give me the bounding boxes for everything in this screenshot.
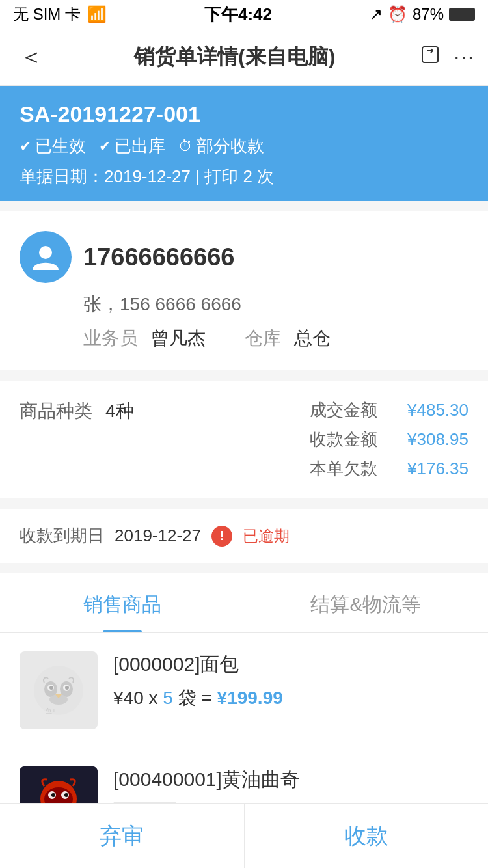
confirm-label: 收款: [344, 821, 388, 851]
svg-point-7: [49, 686, 53, 690]
badge-partial-label: 部分收款: [197, 135, 264, 157]
svg-rect-0: [422, 47, 438, 62]
customer-top: 17666666666: [20, 231, 468, 283]
tabs-section: 销售商品 结算&物流等: [0, 573, 488, 633]
product-equals: =: [201, 688, 217, 708]
due-date: 2019-12-27: [115, 526, 201, 546]
more-button[interactable]: ···: [454, 45, 475, 69]
debt-label: 本单欠款: [310, 457, 377, 480]
header-badges: ✔ 已生效 ✔ 已出库 ⏱ 部分收款: [20, 135, 468, 157]
page-title: 销货单详情(来自电脑): [49, 43, 420, 72]
received-row: 收款金额 ¥308.95: [310, 428, 468, 451]
category-value: 4种: [105, 399, 134, 424]
status-right: ↗ ⏰ 87%: [370, 5, 475, 23]
badge-effective-label: 已生效: [35, 135, 86, 157]
svg-text:鱼+: 鱼+: [46, 707, 56, 714]
customer-phone: 17666666666: [83, 243, 234, 271]
tab-sales-products[interactable]: 销售商品: [0, 573, 244, 632]
order-id: SA-20191227-001: [20, 102, 468, 127]
product-name: [0000002]面包: [113, 651, 468, 678]
product-name: [000400001]黄油曲奇: [113, 766, 468, 793]
badge-shipped: ✔ 已出库: [99, 135, 165, 157]
svg-point-18: [64, 793, 68, 797]
battery-label: 87%: [413, 5, 444, 23]
avatar: [20, 231, 72, 283]
status-time: 下午4:42: [204, 3, 272, 26]
badge-partial: ⏱ 部分收款: [178, 135, 264, 157]
check-icon-shipped: ✔: [99, 138, 111, 155]
product-info: [0000002]面包 ¥40 x 5 袋 = ¥199.99: [113, 651, 468, 711]
alarm-icon: ⏰: [388, 5, 407, 23]
sales-label: 业务员: [83, 328, 138, 348]
debt-row: 本单欠款 ¥176.35: [310, 457, 468, 480]
overdue-icon: !: [211, 526, 232, 547]
back-button[interactable]: ＜: [13, 34, 49, 79]
battery-icon: [449, 8, 475, 21]
warehouse-value: 总仓: [294, 328, 331, 348]
tab-settlement-label: 结算&物流等: [310, 593, 421, 615]
status-bar: 无 SIM 卡 📶 下午4:42 ↗ ⏰ 87%: [0, 0, 488, 29]
product-price-row: ¥40 x 5 袋 = ¥199.99: [113, 686, 468, 711]
category-label: 商品种类: [20, 399, 92, 424]
nav-actions: ···: [420, 44, 475, 70]
svg-point-2: [34, 666, 83, 715]
product-price: ¥40: [113, 688, 144, 708]
svg-point-1: [39, 246, 52, 259]
tab-settlement[interactable]: 结算&物流等: [244, 573, 488, 632]
stats-section: 商品种类 4种 成交金额 ¥485.30 收款金额 ¥308.95 本单欠款 ¥…: [0, 381, 488, 498]
customer-meta: 业务员 曾凡杰 仓库 总仓: [83, 326, 468, 351]
stats-left: 商品种类 4种: [20, 399, 134, 424]
received-label: 收款金额: [310, 428, 377, 451]
check-icon-effective: ✔: [20, 138, 31, 155]
svg-point-17: [51, 793, 55, 797]
bottom-bar: 弃审 收款: [0, 803, 488, 868]
debt-value: ¥176.35: [390, 459, 468, 479]
warehouse-label: 仓库: [245, 328, 281, 348]
table-row: 鱼+ [0000002]面包 ¥40 x 5 袋 = ¥199.99: [0, 633, 488, 748]
badge-shipped-label: 已出库: [115, 135, 165, 157]
product-qty: 5: [163, 688, 173, 708]
location-icon: ↗: [370, 5, 383, 23]
product-unit: 袋: [178, 688, 197, 708]
svg-point-8: [65, 686, 69, 690]
tab-sales-products-label: 销售商品: [83, 593, 161, 615]
wifi-icon: 📶: [87, 5, 107, 23]
due-label: 收款到期日: [20, 524, 104, 547]
product-thumbnail: 鱼+: [20, 651, 98, 729]
sales-value: 曾凡杰: [151, 328, 206, 348]
confirm-button[interactable]: 收款: [245, 804, 489, 868]
status-left: 无 SIM 卡 📶: [13, 4, 107, 25]
nav-bar: ＜ 销货单详情(来自电脑) ···: [0, 29, 488, 86]
cancel-label: 弃审: [100, 821, 144, 851]
carrier-label: 无 SIM 卡: [13, 4, 81, 25]
stats-right: 成交金额 ¥485.30 收款金额 ¥308.95 本单欠款 ¥176.35: [310, 399, 468, 480]
deal-row: 成交金额 ¥485.30: [310, 399, 468, 422]
customer-section: 17666666666 张，156 6666 6666 业务员 曾凡杰 仓库 总…: [0, 211, 488, 370]
share-button[interactable]: [420, 44, 441, 70]
product-operator: x: [149, 688, 163, 708]
header-meta: 单据日期：2019-12-27 | 打印 2 次: [20, 165, 468, 188]
received-value: ¥308.95: [390, 429, 468, 450]
deal-label: 成交金额: [310, 399, 377, 422]
header-card: SA-20191227-001 ✔ 已生效 ✔ 已出库 ⏱ 部分收款 单据日期：…: [0, 86, 488, 201]
badge-effective: ✔ 已生效: [20, 135, 86, 157]
cancel-button[interactable]: 弃审: [0, 804, 244, 868]
due-section: 收款到期日 2019-12-27 ! 已逾期: [0, 509, 488, 563]
clock-icon: ⏱: [178, 138, 193, 155]
overdue-label: 已逾期: [243, 526, 290, 547]
deal-value: ¥485.30: [390, 400, 468, 420]
product-total: ¥199.99: [217, 688, 283, 708]
customer-name: 张，156 6666 6666: [83, 292, 468, 317]
